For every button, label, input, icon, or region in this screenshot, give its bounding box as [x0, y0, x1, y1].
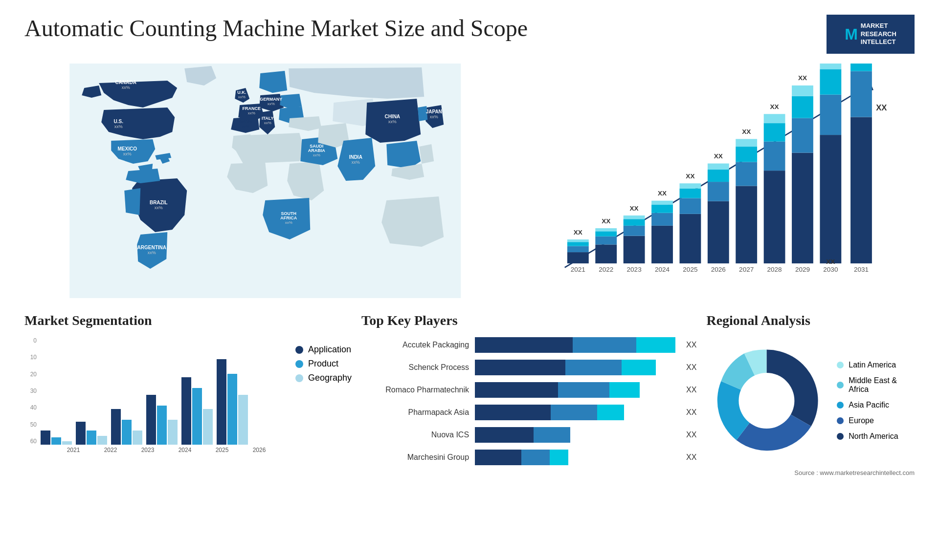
seg-x-labels: 2021 2022 2023 2024 2025 2026 [41, 447, 276, 453]
svg-text:2023: 2023 [626, 266, 641, 273]
svg-rect-43 [595, 231, 617, 236]
svg-text:xx%: xx% [388, 119, 397, 124]
player-bar-seg3-romaco [609, 382, 640, 398]
player-xx-romaco: XX [686, 386, 696, 394]
svg-text:2030: 2030 [823, 266, 838, 273]
svg-rect-56 [651, 201, 673, 205]
player-bar-seg3-marchesini [550, 450, 568, 465]
map-area: CANADA xx% U.S. xx% MEXICO xx% BRAZIL xx… [24, 64, 506, 298]
svg-rect-73 [736, 147, 757, 162]
player-row-schenck: Schenck Process XX [361, 360, 696, 375]
svg-text:XX: XX [629, 205, 638, 212]
player-bar-seg2-pharmapack [551, 405, 597, 420]
svg-text:SPAIN: SPAIN [239, 119, 252, 124]
donut-legend-latin: Latin America [837, 361, 915, 369]
donut-dot-na [837, 433, 844, 440]
donut-dot-europe [837, 417, 844, 424]
seg-bar-2021-geo [62, 441, 72, 445]
svg-rect-79 [763, 123, 785, 142]
svg-rect-50 [623, 215, 645, 219]
top-section: CANADA xx% U.S. xx% MEXICO xx% BRAZIL xx… [24, 64, 915, 298]
svg-rect-71 [736, 186, 757, 263]
player-bar-seg2-schenck [565, 360, 622, 375]
seg-y-20: 20 [24, 371, 37, 378]
svg-text:XX: XX [657, 190, 666, 197]
svg-text:xx%: xx% [268, 102, 275, 106]
svg-text:XX: XX [602, 217, 610, 225]
seg-y-40: 40 [24, 404, 37, 411]
player-row-romaco: Romaco Pharmatechnik XX [361, 382, 696, 398]
bottom-section: Market Segmentation 60 50 40 30 20 10 0 [24, 313, 915, 476]
svg-rect-44 [595, 228, 617, 231]
player-bar-seg1-nuova [475, 427, 534, 443]
svg-rect-62 [679, 183, 701, 188]
svg-text:2027: 2027 [739, 266, 754, 273]
svg-rect-72 [736, 162, 757, 186]
seg-xlabel-2021: 2021 [57, 447, 90, 453]
seg-bar-2023-app [111, 409, 121, 445]
donut-label-europe: Europe [849, 416, 874, 425]
seg-bar-2022-prod [87, 431, 96, 445]
player-bar-seg1-pharmapack [475, 405, 551, 420]
svg-text:xx%: xx% [238, 95, 246, 99]
player-bar-seg1-schenck [475, 360, 565, 375]
seg-bar-2021-prod [51, 437, 61, 445]
svg-text:XX: XX [826, 258, 835, 265]
svg-rect-53 [651, 226, 673, 263]
svg-text:U.K.: U.K. [237, 90, 246, 95]
svg-rect-97 [850, 64, 872, 71]
player-xx-nuova: XX [686, 431, 696, 439]
page: Automatic Counting Machine Market Size a… [0, 0, 939, 560]
seg-xlabel-2026: 2026 [243, 447, 276, 453]
svg-rect-68 [707, 164, 729, 170]
seg-xlabel-2023: 2023 [131, 447, 164, 453]
donut-label-mea: Middle East & Africa [849, 376, 915, 394]
svg-rect-90 [820, 95, 841, 135]
seg-y-60: 60 [24, 438, 37, 445]
svg-text:XX: XX [573, 229, 582, 236]
svg-rect-67 [707, 170, 729, 182]
player-name-marchesini: Marchesini Group [361, 453, 469, 462]
logo-area: M MARKET RESEARCH INTELLECT [827, 15, 915, 54]
header: Automatic Counting Machine Market Size a… [24, 15, 915, 54]
world-map: CANADA xx% U.S. xx% MEXICO xx% BRAZIL xx… [24, 64, 506, 298]
player-xx-marchesini: XX [686, 453, 696, 462]
seg-bar-2026-app [217, 359, 226, 445]
svg-text:CANADA: CANADA [115, 80, 136, 85]
player-bar-seg1-romaco [475, 382, 558, 398]
seg-bar-2026-prod [227, 374, 237, 445]
svg-text:2029: 2029 [795, 266, 809, 273]
segmentation-title: Market Segmentation [24, 313, 352, 328]
legend-application: Application [295, 345, 352, 355]
svg-rect-37 [567, 242, 588, 246]
svg-text:2021: 2021 [570, 266, 585, 273]
svg-rect-36 [567, 246, 588, 253]
legend-product: Product [295, 359, 352, 369]
donut-legend: Latin America Middle East & Africa Asia … [837, 361, 915, 441]
svg-text:xx%: xx% [114, 124, 123, 129]
svg-text:JAPAN: JAPAN [426, 109, 442, 114]
source-text: Source : www.marketresearchintellect.com [706, 469, 915, 476]
svg-rect-55 [651, 205, 673, 213]
svg-rect-83 [792, 153, 813, 263]
svg-rect-89 [820, 135, 841, 263]
svg-rect-86 [792, 86, 813, 96]
seg-bar-2023-geo [133, 431, 142, 445]
seg-bar-2024-geo [168, 420, 178, 445]
player-name-romaco: Romaco Pharmatechnik [361, 386, 469, 394]
svg-text:xx%: xx% [155, 205, 163, 210]
svg-rect-91 [820, 69, 841, 94]
svg-text:xx%: xx% [313, 153, 320, 157]
svg-text:XX: XX [876, 103, 887, 112]
seg-xlabel-2025: 2025 [205, 447, 239, 453]
svg-text:U.S.: U.S. [114, 119, 124, 124]
svg-rect-96 [850, 71, 872, 117]
svg-text:xx%: xx% [264, 121, 271, 125]
player-bar-seg2-marchesini [521, 450, 550, 465]
svg-text:XX: XX [686, 172, 694, 180]
donut-dot-latin [837, 362, 844, 368]
seg-bar-2024-app [146, 395, 156, 445]
donut-dot-mea [837, 382, 844, 388]
player-bar-accutek [475, 337, 675, 353]
svg-rect-77 [763, 171, 785, 263]
